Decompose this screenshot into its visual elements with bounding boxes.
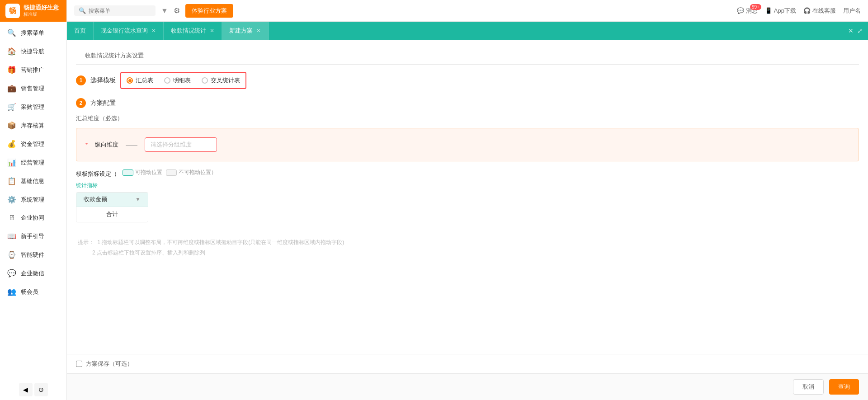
sidebar-label-0: 搜索菜单 [21, 29, 44, 37]
radio-option-0[interactable]: 汇总表 [127, 76, 153, 85]
sidebar-label-3: 销售管理 [21, 85, 44, 93]
tab-close-3[interactable]: ✕ [256, 28, 261, 34]
sidebar-icon-1: 🏠 [7, 47, 16, 56]
sidebar-icon-3: 💼 [7, 84, 16, 93]
sidebar-bottom-icon-2[interactable]: ⊙ [34, 383, 48, 396]
dimension-section-label: 汇总维度（必选） [76, 114, 859, 122]
sidebar-item-6[interactable]: 💰资金管理 [0, 135, 66, 153]
tip-text-1: 1.拖动标题栏可以调整布局，不可跨维度或指标区域拖动目字段(只能在同一维度或指标… [97, 239, 344, 245]
sidebar-label-10: 企业协同 [21, 214, 44, 222]
topbar-user: 用户名 [843, 7, 861, 15]
sidebar-icon-14: 👥 [7, 287, 16, 296]
sidebar-item-7[interactable]: 📊经营管理 [0, 153, 66, 172]
tip-text-2: 2.点击标题栏下拉可设置排序、插入列和删除列 [92, 249, 205, 256]
metric-table-area: 统计指标 收款金额 ▼ 合计 [76, 182, 859, 224]
sidebar-item-5[interactable]: 📦库存核算 [0, 116, 66, 135]
sidebar-icon-2: 🎁 [7, 66, 16, 74]
tip-prefix: 提示： [78, 239, 94, 245]
hint-nodrag: 不可拖动位置） [166, 169, 217, 176]
sidebar-item-4[interactable]: 🛒采购管理 [0, 98, 66, 116]
tab-label-2: 收款情况统计 [171, 27, 206, 35]
search-icon: 🔍 [79, 7, 86, 14]
topbar-service[interactable]: 🎧 在线客服 [803, 7, 836, 15]
sidebar-label-6: 资金管理 [21, 140, 44, 148]
action-bar: 取消 查询 [67, 373, 868, 400]
stat-label: 统计指标 [76, 182, 859, 189]
sidebar-bottom-icon-1[interactable]: ◀ [19, 383, 33, 396]
sidebar-item-1[interactable]: 🏠快捷导航 [0, 42, 66, 61]
radio-label-2: 交叉统计表 [211, 76, 240, 85]
topbar-gear-icon[interactable]: ⚙ [174, 6, 180, 15]
sidebar-icon-0: 🔍 [7, 28, 16, 37]
sidebar-icon-8: 📋 [7, 177, 16, 185]
step1-section: 1 选择模板 汇总表明细表交叉统计表 [76, 72, 859, 89]
tip-line-1: 提示： 1.拖动标题栏可以调整布局，不可跨维度或指标区域拖动目字段(只能在同一维… [76, 239, 859, 246]
footer-save: 方案保存（可选） [67, 354, 868, 373]
main-area: 🔍 ▼ ⚙ 体验行业方案 💬 消息 99+ 📱 App下载 🎧 在线客服 用户名… [67, 0, 868, 400]
tab-item-3[interactable]: 新建方案✕ [222, 22, 269, 40]
sidebar-icon-12: ⌚ [7, 250, 16, 259]
dimension-placeholder: 请选择分组维度 [151, 141, 192, 149]
hint-drag: 可拖动位置 [123, 169, 162, 176]
sidebar-icon-10: 🖥 [7, 214, 16, 222]
save-checkbox[interactable] [76, 361, 82, 367]
topbar-download[interactable]: 📱 App下载 [765, 7, 796, 15]
query-button[interactable]: 查询 [829, 379, 859, 395]
topbar-search-box: 🔍 [74, 5, 156, 16]
sidebar-item-13[interactable]: 💬企业微信 [0, 264, 66, 282]
drag-block-icon [123, 169, 133, 176]
search-input[interactable] [89, 8, 143, 14]
sidebar-icon-11: 📖 [7, 232, 16, 240]
sidebar-bottom: ◀ ⊙ [0, 379, 66, 400]
tab-close-2[interactable]: ✕ [210, 28, 214, 34]
cancel-button[interactable]: 取消 [793, 379, 824, 395]
sidebar-item-12[interactable]: ⌚智能硬件 [0, 245, 66, 264]
sidebar-item-10[interactable]: 🖥企业协同 [0, 209, 66, 227]
tab-close-1[interactable]: ✕ [151, 28, 156, 34]
radio-circle-0 [127, 77, 133, 84]
sidebar-item-11[interactable]: 📖新手引导 [0, 227, 66, 245]
metric-dropdown-icon[interactable]: ▼ [135, 196, 141, 202]
dimension-area: * 纵向维度 —— 请选择分组维度 [76, 128, 859, 161]
metric-table-header[interactable]: 收款金额 ▼ [76, 193, 148, 207]
sidebar-icon-9: ⚙️ [7, 195, 16, 204]
sidebar-label-14: 畅会员 [21, 288, 38, 296]
sidebar-item-14[interactable]: 👥畅会员 [0, 282, 66, 301]
sidebar-item-3[interactable]: 💼销售管理 [0, 79, 66, 98]
radio-option-1[interactable]: 明细表 [164, 76, 191, 85]
metric-section: 模板指标设定（ 可拖动位置 不可拖动位置） [76, 169, 859, 224]
radio-label-1: 明细表 [173, 76, 191, 85]
tab-item-0[interactable]: 首页 [67, 22, 94, 40]
dimension-row: * 纵向维度 —— 请选择分组维度 [85, 137, 849, 152]
sidebar-item-8[interactable]: 📋基础信息 [0, 172, 66, 190]
sidebar-item-2[interactable]: 🎁营销推广 [0, 61, 66, 79]
sidebar-item-9[interactable]: ⚙️系统管理 [0, 190, 66, 209]
dimension-field-label: 纵向维度 [95, 141, 118, 149]
tab-label-0: 首页 [74, 27, 86, 35]
tab-expand-icon[interactable]: ⤢ [857, 27, 863, 34]
sidebar-label-2: 营销推广 [21, 66, 44, 74]
sidebar-label-7: 经营管理 [21, 159, 44, 167]
sidebar-item-0[interactable]: 🔍搜索菜单 [0, 24, 66, 42]
dimension-select[interactable]: 请选择分组维度 [145, 137, 217, 152]
tab-close-icon[interactable]: ✕ [848, 27, 854, 34]
tab-item-2[interactable]: 收款情况统计✕ [164, 22, 222, 40]
radio-circle-2 [202, 77, 208, 84]
sidebar-nav: 🔍搜索菜单🏠快捷导航🎁营销推广💼销售管理🛒采购管理📦库存核算💰资金管理📊经营管理… [0, 22, 66, 379]
breadcrumb-text: 收款情况统计方案设置 [85, 52, 144, 59]
logo-text: 畅捷通好生意 标准版 [24, 4, 59, 18]
step2-header: 2 方案配置 [76, 98, 859, 108]
save-label: 方案保存（可选） [86, 360, 133, 368]
tab-item-1[interactable]: 现金银行流水查询✕ [94, 22, 164, 40]
tab-label-1: 现金银行流水查询 [101, 27, 148, 35]
metric-header: 模板指标设定（ 可拖动位置 不可拖动位置） [76, 169, 859, 178]
sidebar-label-9: 系统管理 [21, 196, 44, 204]
page-breadcrumb: 收款情况统计方案设置 [76, 47, 859, 65]
topbar-message[interactable]: 💬 消息 99+ [737, 7, 758, 15]
industry-btn[interactable]: 体验行业方案 [185, 4, 233, 18]
tabbar-controls: ✕ ⤢ [843, 22, 868, 40]
topbar-dropdown-icon[interactable]: ▼ [161, 7, 168, 15]
step1-title: 选择模板 [90, 76, 116, 85]
radio-option-2[interactable]: 交叉统计表 [202, 76, 240, 85]
step1-number: 1 [76, 75, 86, 85]
